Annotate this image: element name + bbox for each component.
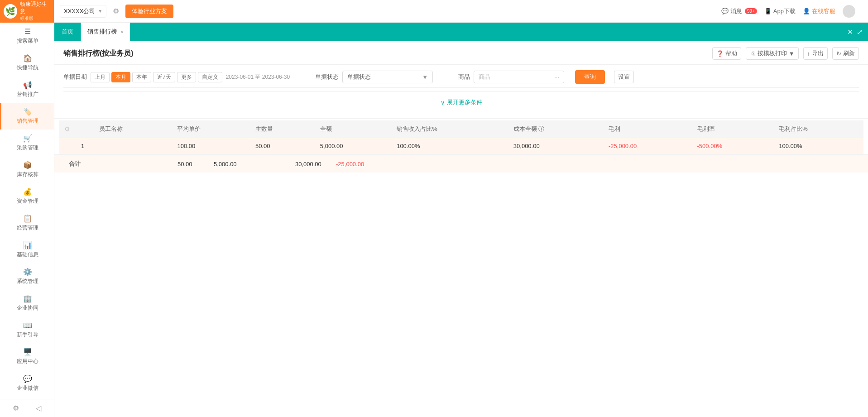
main-area: XXXXX公司 ▼ ⚙ 体验行业方案 💬 消息 99+ 📱 App下载 👤 在线… bbox=[54, 0, 868, 417]
table-settings-icon[interactable]: ⚙ bbox=[64, 125, 70, 133]
col-header-profit: 毛利 bbox=[603, 120, 692, 138]
date-filter-label: 单据日期 bbox=[63, 73, 87, 81]
data-table: ⚙ 员工名称 平均单价 主数量 全额 销售收入占比% 成本全额 ⓘ 毛利 毛利率… bbox=[59, 120, 863, 154]
message-badge: 99+ bbox=[745, 8, 757, 14]
sidebar-item-label: 快捷导航 bbox=[17, 64, 38, 72]
sidebar-item-enterprise[interactable]: 🏢 企业协同 bbox=[0, 290, 54, 316]
sidebar-item-marketing[interactable]: 📢 营销推广 bbox=[0, 76, 54, 103]
sidebar-item-purchase[interactable]: 🛒 采购管理 bbox=[0, 129, 54, 156]
tab-active-label: 销售排行榜 bbox=[87, 28, 117, 36]
sidebar-item-system[interactable]: ⚙️ 系统管理 bbox=[0, 263, 54, 290]
filter-row-1: 单据日期 上月 本月 本年 近7天 更多 自定义 2023-06-01 至 20… bbox=[63, 70, 859, 84]
date-btn-last-month[interactable]: 上月 bbox=[91, 72, 110, 82]
cell-rank: 1 bbox=[76, 138, 94, 154]
online-service-btn[interactable]: 👤 在线客服 bbox=[803, 7, 835, 15]
col-header-amount: 全额 bbox=[315, 120, 391, 138]
page-actions: ❓ 帮助 🖨 按模板打印 ▼ ↑ 导出 ↻ 刷新 bbox=[712, 47, 859, 60]
message-btn[interactable]: 💬 消息 99+ bbox=[721, 7, 757, 15]
print-label: 按模板打印 bbox=[758, 49, 787, 58]
tab-home[interactable]: 首页 bbox=[54, 23, 81, 41]
date-filter-buttons: 上月 本月 本年 近7天 更多 自定义 bbox=[91, 72, 222, 82]
help-btn[interactable]: ❓ 帮助 bbox=[712, 47, 741, 60]
service-label: 在线客服 bbox=[812, 7, 835, 15]
sidebar-item-label: 营销推广 bbox=[17, 91, 38, 98]
expand-more-btn[interactable]: ∨ 展开更多条件 bbox=[441, 96, 482, 109]
goods-filter: 商品 商品 ··· bbox=[458, 71, 564, 83]
date-btn-current-year[interactable]: 本年 bbox=[132, 72, 151, 82]
print-icon: 🖨 bbox=[750, 50, 756, 57]
industry-btn[interactable]: 体验行业方案 bbox=[125, 5, 173, 18]
tab-sales-ranking[interactable]: 销售排行榜 × bbox=[81, 23, 130, 41]
filter-bar: 单据日期 上月 本月 本年 近7天 更多 自定义 2023-06-01 至 20… bbox=[54, 65, 868, 119]
refresh-btn[interactable]: ↻ 刷新 bbox=[832, 47, 859, 60]
avatar[interactable] bbox=[843, 5, 855, 18]
date-btn-current-month[interactable]: 本月 bbox=[111, 72, 130, 82]
purchase-icon: 🛒 bbox=[23, 134, 32, 143]
collapse-sidebar-icon[interactable]: ◁ bbox=[36, 404, 41, 412]
system-icon: ⚙️ bbox=[23, 268, 32, 276]
sidebar-nav: ☰ 搜索菜单 🏠 快捷导航 📢 营销推广 🏷️ 销售管理 🛒 采购管理 📦 库存… bbox=[0, 23, 54, 399]
goods-more-icon: ··· bbox=[554, 74, 559, 81]
page-content: 销售排行榜(按业务员) ❓ 帮助 🖨 按模板打印 ▼ ↑ 导出 ↻ 刷新 bbox=[54, 41, 868, 417]
sidebar-item-inventory[interactable]: 📦 库存核算 bbox=[0, 156, 54, 183]
export-btn[interactable]: ↑ 导出 bbox=[803, 47, 828, 60]
sidebar-item-sales[interactable]: 🏷️ 销售管理 bbox=[0, 103, 54, 129]
refresh-icon: ↻ bbox=[836, 50, 841, 57]
table-header-row: ⚙ 员工名称 平均单价 主数量 全额 销售收入占比% 成本全额 ⓘ 毛利 毛利率… bbox=[59, 120, 863, 138]
sidebar-item-beginner[interactable]: 📖 新手引导 bbox=[0, 316, 54, 343]
date-btn-last-7-days[interactable]: 近7天 bbox=[153, 72, 175, 82]
cell-profit: -25,000.00 bbox=[603, 138, 692, 154]
settings-btn[interactable]: 设置 bbox=[614, 71, 634, 83]
logo-icon: 🌿 bbox=[4, 4, 17, 19]
sidebar-item-finance[interactable]: 💰 资金管理 bbox=[0, 183, 54, 210]
sidebar-item-label: 应用中心 bbox=[17, 358, 38, 365]
app-download-btn[interactable]: 📱 App下载 bbox=[764, 7, 796, 15]
footer-amount: 5,000.00 bbox=[208, 161, 249, 168]
company-settings-icon[interactable]: ⚙ bbox=[111, 5, 121, 17]
settings-bottom-icon[interactable]: ⚙ bbox=[13, 404, 19, 412]
sidebar-item-label: 资金管理 bbox=[17, 197, 38, 205]
basic-info-icon: 📊 bbox=[23, 241, 32, 249]
window-expand-icon[interactable]: ⤢ bbox=[857, 28, 863, 36]
goods-input[interactable]: 商品 ··· bbox=[474, 71, 564, 83]
company-select[interactable]: XXXXX公司 ▼ bbox=[60, 5, 106, 18]
message-icon: 💬 bbox=[721, 8, 729, 14]
expand-more-label: 展开更多条件 bbox=[447, 98, 482, 106]
header-right: 💬 消息 99+ 📱 App下载 👤 在线客服 bbox=[721, 5, 863, 18]
table-footer: 合计 50.00 5,000.00 30,000.00 -25,000.00 bbox=[54, 154, 868, 173]
col-header-settings: ⚙ bbox=[59, 120, 76, 138]
cell-profit-rate: -500.00% bbox=[692, 138, 774, 154]
help-icon: ❓ bbox=[716, 50, 724, 57]
status-placeholder: 单据状态 bbox=[347, 73, 371, 81]
query-btn[interactable]: 查询 bbox=[575, 70, 605, 84]
help-label: 帮助 bbox=[725, 49, 737, 58]
status-filter-label: 单据状态 bbox=[315, 73, 339, 81]
expand-more-row: ∨ 展开更多条件 bbox=[63, 91, 859, 113]
col-header-qty: 主数量 bbox=[250, 120, 315, 138]
cell-qty: 50.00 bbox=[250, 138, 315, 154]
sidebar-item-search-order[interactable]: ☰ 搜索菜单 bbox=[0, 23, 54, 49]
sidebar-item-operations[interactable]: 📋 经营管理 bbox=[0, 210, 54, 236]
app-download-label: App下载 bbox=[773, 7, 796, 15]
sidebar-item-label: 新手引导 bbox=[17, 331, 38, 339]
sidebar-item-label: 企业协同 bbox=[17, 304, 38, 312]
finance-icon: 💰 bbox=[23, 187, 32, 196]
print-btn[interactable]: 🖨 按模板打印 ▼ bbox=[746, 47, 799, 60]
date-btn-custom[interactable]: 自定义 bbox=[198, 72, 222, 82]
cell-name bbox=[94, 138, 172, 154]
sidebar-item-wechat[interactable]: 💬 企业微信 bbox=[0, 370, 54, 397]
top-header: XXXXX公司 ▼ ⚙ 体验行业方案 💬 消息 99+ 📱 App下载 👤 在线… bbox=[54, 0, 868, 23]
date-btn-more[interactable]: 更多 bbox=[177, 72, 196, 82]
operations-icon: 📋 bbox=[23, 214, 32, 223]
sidebar-item-label: 销售管理 bbox=[17, 117, 38, 125]
status-select[interactable]: 单据状态 ▼ bbox=[342, 71, 433, 83]
print-dropdown-arrow: ▼ bbox=[789, 50, 795, 57]
sidebar-item-quick-nav[interactable]: 🏠 快捷导航 bbox=[0, 49, 54, 76]
cell-sales-pct: 100.00% bbox=[391, 138, 508, 154]
tab-close-icon[interactable]: × bbox=[120, 29, 123, 34]
goods-placeholder: 商品 bbox=[479, 73, 490, 81]
cell-settings bbox=[59, 138, 76, 154]
sidebar-item-basic-info[interactable]: 📊 基础信息 bbox=[0, 236, 54, 263]
window-close-icon[interactable]: ✕ bbox=[847, 28, 853, 36]
sidebar-item-apps[interactable]: 🖥️ 应用中心 bbox=[0, 343, 54, 370]
